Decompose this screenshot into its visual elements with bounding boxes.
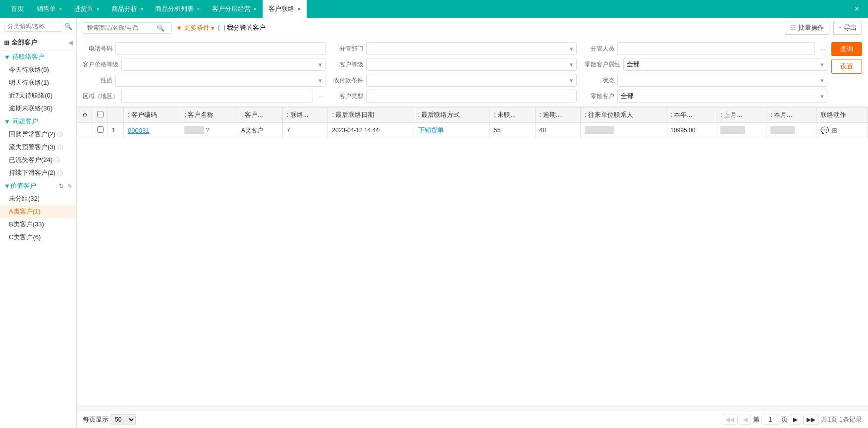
top-nav: 首页 销售单 × 进货单 × 商品分析 × 商品分析列表 × 客户分层经营 × … [0,0,868,18]
action-icons: 💬 ⊞ [820,126,864,134]
td-check[interactable] [93,123,108,138]
retail-attr-select[interactable]: 全部 ▾ [623,58,827,71]
close-analysis-list-tab[interactable]: × [197,6,200,12]
manager-input[interactable] [617,42,815,55]
sidebar-all-customers[interactable]: ⊞ 全部客户 ◀ [0,35,76,51]
close-all-tabs[interactable]: × [850,4,864,13]
th-check[interactable] [93,107,108,123]
sidebar-item-declining[interactable]: 持续下滑客户(2) ⓘ [0,166,76,179]
th-this-month[interactable]: : 本月... [766,107,816,123]
sidebar-item-today[interactable]: 今天待联络(0) [0,63,76,76]
td-last-method[interactable]: 下销货单 [414,123,490,138]
adv-field-payment: 收付款条件 ▾ [333,74,576,87]
export-button[interactable]: ↑ 导出 [833,21,863,35]
close-purchase-tab[interactable]: × [96,6,99,12]
manager-dots[interactable]: ··· [818,45,827,53]
sidebar-item-class-c[interactable]: C类客户(6) [0,231,76,244]
th-overdue[interactable]: : 逾期... [535,107,581,123]
th-unit-contact[interactable]: : 往来单位联系人 [581,107,666,123]
sidebar-item-overdue[interactable]: 逾期未联络(30) [0,102,76,115]
sidebar-item-churned[interactable]: 已流失客户(24) ⓘ [0,154,76,166]
region-dots[interactable]: ··· [316,93,326,100]
price-grade-select[interactable]: ▾ [121,58,326,71]
value-refresh-icon[interactable]: ↻ [59,183,64,190]
next-page-btn[interactable]: ▶ [790,415,801,425]
grade-arrow: ▾ [570,61,573,68]
prev-page-btn[interactable]: ◀ [740,415,751,425]
select-all-checkbox[interactable] [97,111,104,117]
filter-search-input[interactable] [87,24,157,31]
th-gear[interactable]: ⚙ [77,107,93,123]
first-page-btn[interactable]: ◀◀ [722,415,738,425]
th-not-contact[interactable]: : 未联... [490,107,536,123]
row-checkbox[interactable] [97,126,104,133]
status-label: 状态 [585,76,614,85]
th-action[interactable]: 联络动作 [816,107,868,123]
query-button[interactable]: 查询 [831,42,862,56]
adv-field-nature: 性质 ▾ [83,74,326,87]
close-analysis-tab[interactable]: × [140,6,143,12]
sidebar-item-unclassified[interactable]: 未分组(32) [0,192,76,205]
th-last-method[interactable]: : 最后联络方式 [414,107,490,123]
chevron-down-icon: ▾ [211,24,215,32]
sidebar-search-wrap: 🔍 [0,18,76,35]
sidebar-item-churn-warn[interactable]: 流失预警客户(3) ⓘ [0,141,76,154]
sidebar-problem-group[interactable]: ▼ 问题客户 [0,115,76,128]
action-qr-icon[interactable]: ⊞ [832,126,838,134]
close-customer-seg-tab[interactable]: × [254,6,257,12]
bottom-scroll[interactable] [77,405,868,411]
sidebar-search-icon[interactable]: 🔍 [64,23,72,30]
region-input[interactable] [121,90,313,103]
dept-select[interactable]: ▾ [366,42,576,55]
sidebar-item-tomorrow[interactable]: 明天待联络(1) [0,76,76,89]
retail-select[interactable]: 全部 ▾ [617,90,827,103]
collapse-sidebar-icon[interactable]: ◀ [68,40,72,46]
per-page-wrap: 每页显示 50 20 100 [83,414,136,425]
th-this-year[interactable]: : 本年... [666,107,716,123]
th-code[interactable]: : 客户编码 [124,107,180,123]
nav-tab-customer-contact[interactable]: 客户联络 × [263,0,306,18]
th-last-month[interactable]: : 上月... [716,107,766,123]
payment-select[interactable]: ▾ [366,74,576,87]
nav-tab-analysis-list[interactable]: 商品分析列表 × [149,0,206,18]
nav-tab-sales[interactable]: 销售单 × [31,0,68,18]
cust-type-input[interactable] [366,90,576,103]
nature-select[interactable]: ▾ [115,74,326,87]
retail-attr-arrow: ▾ [820,61,824,68]
th-name[interactable]: : 客户名称 [180,107,237,123]
nav-tab-purchase[interactable]: 进货单 × [68,0,105,18]
settings-button[interactable]: 设置 [831,59,862,74]
batch-op-button[interactable]: ☰ 批量操作 [785,21,829,35]
sidebar-search-input[interactable] [4,21,62,32]
sidebar-item-week[interactable]: 近7天待联络(0) [0,89,76,102]
th-contact[interactable]: : 联络... [282,107,328,123]
filter-bar: 🔍 ▼ 更多条件 ▾ 我分管的客户 ☰ 批量操作 ↑ 导出 [77,18,868,38]
filter-icon: ▼ [176,24,182,32]
nav-tab-analysis[interactable]: 商品分析 × [106,0,149,18]
filter-more-btn[interactable]: ▼ 更多条件 ▾ [176,23,215,32]
status-select[interactable]: ▾ [617,74,827,87]
per-page-select[interactable]: 50 20 100 [110,414,136,425]
help-icon-churn-warn: ⓘ [57,144,63,151]
sidebar-item-class-a[interactable]: A类客户(1) [0,205,76,218]
th-type[interactable]: : 客户... [237,107,282,123]
value-edit-icon[interactable]: ✎ [67,183,72,190]
last-page-btn[interactable]: ▶▶ [803,415,819,425]
action-chat-icon[interactable]: 💬 [820,126,829,134]
phone-input[interactable] [115,42,326,55]
close-customer-contact-tab[interactable]: × [297,6,300,12]
sidebar-item-class-b[interactable]: B类客户(33) [0,218,76,231]
td-code[interactable]: 000031 [124,123,180,138]
page-number-input[interactable] [761,415,779,425]
filter-search-icon[interactable]: 🔍 [157,24,164,32]
my-customers-checkbox-label[interactable]: 我分管的客户 [218,23,266,32]
close-sales-tab[interactable]: × [59,6,62,12]
th-last-date[interactable]: : 最后联络日期 [328,107,414,123]
grade-select[interactable]: ▾ [366,58,576,71]
nav-home[interactable]: 首页 [4,0,31,18]
my-customers-checkbox[interactable] [218,25,225,31]
sidebar-value-group[interactable]: ▼ 价值客户 ↻ ✎ [0,179,76,192]
sidebar-item-abnormal[interactable]: 回购异常客户(2) ⓘ [0,128,76,141]
nav-tab-customer-seg[interactable]: 客户分层经营 × [206,0,263,18]
sidebar-pending-group[interactable]: ▼ 待联络客户 [0,51,76,63]
